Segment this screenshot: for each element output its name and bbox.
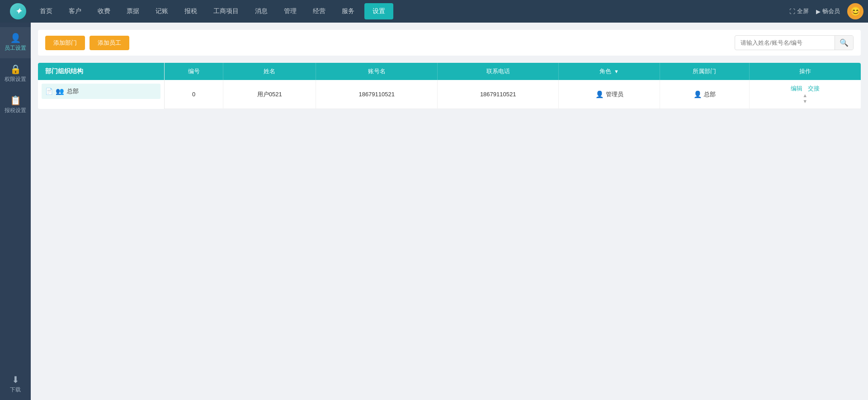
toolbar: 添加部门 添加员工 🔍 [38,30,861,56]
cell-account: 18679110521 [316,80,437,109]
folder-icon: 📄 [45,88,53,95]
top-navbar: ✦ 首页客户收费票据记账报税工商项目消息管理经营服务设置 ⛶ 全屏 ▶ 畅会员 … [0,0,868,23]
fullscreen-button[interactable]: ⛶ 全屏 [789,7,809,15]
sidebar-bottom: ⬇ 下载 [0,369,31,400]
search-input[interactable] [735,37,835,49]
dept-panel-header: 部门组织结构 [38,63,164,80]
dept-panel: 部门组织结构 📄 👥 总部 [38,63,165,109]
sidebar-download-label: 下载 [10,386,21,394]
content-area: 部门组织结构 📄 👥 总部 编号 姓名 账号名 [38,63,861,109]
left-sidebar: 👤 员工设置 🔒 权限设置 📋 报税设置 ⬇ 下载 [0,23,31,400]
lock-icon: 🔒 [10,65,21,74]
sidebar-item-taxsetting[interactable]: 📋 报税设置 [0,89,31,121]
vip-icon: ▶ [816,8,821,15]
col-role: 角色 ▼ [559,63,660,80]
add-dept-button[interactable]: 添加部门 [45,36,85,50]
dept-tree: 📄 👥 总部 [38,80,164,103]
table-row: 0 用户0521 18679110521 18679110521 👤 管理员 [165,80,861,109]
edit-button[interactable]: 编辑 [791,85,802,92]
nav-item-工商项目[interactable]: 工商项目 [205,0,247,23]
col-name: 姓名 [223,63,316,80]
download-icon: ⬇ [12,375,19,384]
cell-id: 0 [165,80,223,109]
sidebar-download-button[interactable]: ⬇ 下载 [0,369,31,400]
vip-label: 畅会员 [822,7,840,15]
nav-item-票据[interactable]: 票据 [118,0,147,23]
cell-role: 👤 管理员 [559,80,660,109]
nav-item-收费[interactable]: 收费 [90,0,118,23]
dept-item-label: 总部 [67,87,79,95]
sidebar-item-taxsetting-label: 报税设置 [5,107,26,114]
dept-item-root[interactable]: 📄 👥 总部 [42,84,160,99]
nav-item-设置[interactable]: 设置 [364,3,393,19]
fullscreen-icon: ⛶ [789,8,795,15]
cell-actions: 编辑 交接 ▲ ▼ [749,80,861,109]
sidebar-item-employee-label: 员工设置 [5,44,26,52]
nav-item-管理[interactable]: 管理 [276,0,305,23]
nav-item-首页[interactable]: 首页 [32,0,61,23]
employee-panel: 编号 姓名 账号名 联系电话 角色 ▼ 所属部门 操作 [165,63,861,109]
nav-item-服务[interactable]: 服务 [334,0,363,23]
col-phone: 联系电话 [437,63,558,80]
logo-icon: ✦ [10,3,26,19]
cell-name: 用户0521 [223,80,316,109]
employee-table: 编号 姓名 账号名 联系电话 角色 ▼ 所属部门 操作 [165,63,861,109]
table-header: 编号 姓名 账号名 联系电话 角色 ▼ 所属部门 操作 [165,63,861,80]
user-avatar[interactable]: 😊 [847,3,863,19]
row-scroll-arrows: ▲ ▼ [755,93,855,104]
sidebar-item-employee[interactable]: 👤 员工设置 [0,27,31,58]
main-content: 添加部门 添加员工 🔍 部门组织结构 📄 👥 总部 [31,23,868,400]
cell-phone: 18679110521 [437,80,558,109]
col-action: 操作 [749,63,861,80]
dept-user-icon: 👤 [693,90,702,99]
nav-right: ⛶ 全屏 ▶ 畅会员 😊 [789,3,863,19]
role-filter-icon[interactable]: ▼ [614,69,619,74]
sidebar-item-permission[interactable]: 🔒 权限设置 [0,58,31,89]
sidebar-item-permission-label: 权限设置 [5,75,26,83]
role-user-icon: 👤 [595,90,604,99]
employee-icon: 👤 [10,33,21,42]
col-dept: 所属部门 [660,63,749,80]
dept-label: 总部 [704,90,716,99]
app-logo: ✦ [5,3,32,19]
role-label: 管理员 [606,90,623,99]
fullscreen-label: 全屏 [797,7,809,15]
col-id: 编号 [165,63,223,80]
cell-dept: 👤 总部 [660,80,749,109]
nav-item-报税[interactable]: 报税 [176,0,205,23]
search-box: 🔍 [735,35,854,50]
dept-user-icon: 👥 [56,87,64,95]
search-button[interactable]: 🔍 [835,36,853,50]
col-account: 账号名 [316,63,437,80]
nav-item-消息[interactable]: 消息 [247,0,276,23]
add-employee-button[interactable]: 添加员工 [90,36,129,50]
report-icon: 📋 [10,96,21,105]
vip-button[interactable]: ▶ 畅会员 [816,7,840,15]
nav-item-记账[interactable]: 记账 [147,0,176,23]
nav-item-经营[interactable]: 经营 [305,0,334,23]
nav-menu: 首页客户收费票据记账报税工商项目消息管理经营服务设置 [32,0,789,23]
employee-table-body: 0 用户0521 18679110521 18679110521 👤 管理员 [165,80,861,109]
transfer-button[interactable]: 交接 [808,85,820,92]
table-wrapper: 编号 姓名 账号名 联系电话 角色 ▼ 所属部门 操作 [165,63,861,109]
nav-item-客户[interactable]: 客户 [61,0,90,23]
